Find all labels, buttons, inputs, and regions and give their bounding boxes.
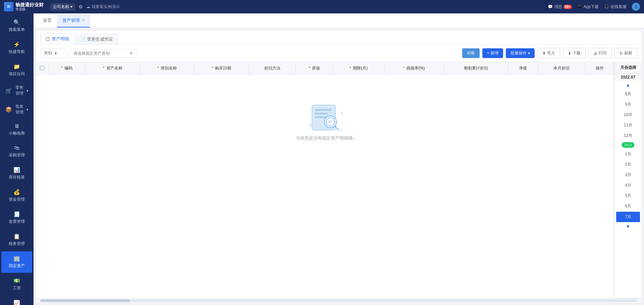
svg-point-5 — [326, 118, 334, 126]
invoice-icon: 🧾 — [13, 211, 20, 217]
chevron-down-icon: ▾ — [55, 51, 57, 56]
refresh-button[interactable]: ↻ 刷新 — [614, 48, 637, 58]
app-title: 畅捷通好业财 专业版 — [15, 2, 44, 12]
sidebar-item-project[interactable]: 📁 项目合同 — [1, 59, 32, 81]
table-container: * 编码 * 资产名称 * 类别名称 — [36, 62, 614, 298]
sub-tab-change-voucher[interactable]: 📄 变更生成凭证 — [75, 34, 118, 44]
month-item[interactable]: 7月 — [616, 212, 640, 222]
online-service-button[interactable]: 🎧 在线客服 — [604, 4, 627, 10]
reconcile-button[interactable]: 对账 — [462, 48, 480, 58]
app-logo: Ai 畅捷通好业财 专业版 — [4, 2, 44, 12]
dropdown-arrow-icon: ▾ — [130, 51, 132, 56]
svg-point-9 — [341, 112, 343, 114]
content-area: 首页 资产管理 ✕ 📋 资产明细 📄 变更生成凭证 — [34, 13, 644, 305]
sidebar-item-retail[interactable]: 🛒 零售管理 ▾ — [1, 82, 32, 100]
arrow-icon: ▾ — [26, 108, 28, 111]
lightning-icon: ⚡ — [13, 41, 20, 48]
sidebar-item-wholesale[interactable]: 📦 批发管理 ▾ — [1, 100, 32, 118]
sidebar-item-operations[interactable]: 📈 经营管理 — [1, 296, 32, 305]
month-item[interactable]: 3月 — [615, 170, 641, 180]
svg-rect-8 — [328, 122, 331, 123]
month-item[interactable]: 6月 — [615, 201, 641, 211]
month-panel-header: 月份选择 — [615, 62, 641, 73]
month-up-button[interactable]: ▲ — [615, 81, 641, 89]
user-avatar[interactable]: 👤 — [632, 3, 640, 11]
sub-tab-asset-detail[interactable]: 📋 资产明细 — [40, 34, 74, 44]
sidebar-item-tax[interactable]: 📋 税务管理 — [1, 229, 32, 251]
tab-home[interactable]: 首页 — [38, 14, 57, 28]
batch-operation-button[interactable]: 批量操作 ▾ — [506, 48, 535, 58]
col-purchase-date: * 购买日期 — [194, 62, 249, 75]
sidebar-item-search[interactable]: 🔍 搜索菜单 — [1, 15, 32, 37]
salary-icon: 💵 — [13, 277, 20, 284]
message-button[interactable]: 💬 消息 99+ — [548, 4, 572, 10]
month-down-button[interactable]: ▼ — [615, 222, 641, 231]
empty-text: 当前您还没有固定资产明细哦~ — [296, 135, 355, 141]
inventory-icon: 📊 — [13, 167, 20, 173]
import-button[interactable]: ⬆ 导入 — [537, 48, 560, 58]
arrow-icon: ▾ — [26, 89, 28, 93]
ecommerce-icon: 🖥 — [14, 123, 19, 129]
month-panel: 月份选择 2022.07 ▲ 8月9月10月11月12月 2023 1月2月3月… — [614, 62, 641, 298]
sidebar: 🔍 搜索菜单 ⚡ 快捷导航 📁 项目合同 🛒 零售管理 ▾ 📦 批发管理 ▾ 🖥… — [0, 13, 34, 305]
month-item[interactable]: 4月 — [615, 180, 641, 191]
col-monthly-depreciation: 本月折旧 — [538, 62, 585, 75]
message-icon: 💬 — [548, 4, 553, 9]
search-icon: 🔍 — [13, 19, 20, 26]
col-category: * 类别名称 — [140, 62, 194, 75]
company-selector[interactable]: 公司名称 ▾ — [50, 3, 75, 11]
sidebar-item-quick-nav[interactable]: ⚡ 快捷导航 — [1, 37, 32, 59]
sidebar-item-inventory[interactable]: 📊 库存核算 — [1, 163, 32, 184]
doc-icon: 📄 — [80, 37, 86, 42]
user-icon: 👤 — [634, 5, 638, 9]
folder-icon: 📁 — [13, 63, 20, 70]
svg-point-11 — [340, 130, 341, 131]
cloud-icon: ☁ — [86, 4, 90, 9]
month-item[interactable]: 1月 — [615, 149, 641, 159]
asset-table: * 编码 * 资产名称 * 类别名称 — [36, 62, 614, 75]
month-item[interactable]: 10月 — [615, 110, 641, 120]
col-period: * 期限(月) — [333, 62, 384, 75]
chart-icon: 📈 — [13, 300, 20, 305]
sidebar-item-fixed-asset[interactable]: 🏢 固定资产 — [1, 251, 32, 273]
main-layout: 🔍 搜索菜单 ⚡ 快捷导航 📁 项目合同 🛒 零售管理 ▾ 📦 批发管理 ▾ 🖥… — [0, 13, 644, 305]
col-operation: 操作 — [585, 62, 614, 75]
month-item[interactable]: 12月 — [615, 131, 641, 141]
building-icon: 🏢 — [13, 255, 20, 262]
demo-link[interactable]: ☁ 我要看实例演示 — [86, 4, 120, 10]
sidebar-item-finance[interactable]: 💰 资金管理 — [1, 185, 32, 206]
horizontal-scrollbar[interactable] — [36, 298, 641, 302]
col-residual-rate: * 残值率(%) — [384, 62, 444, 75]
add-button[interactable]: + 新增 — [482, 48, 503, 58]
month-item[interactable]: 5月 — [615, 191, 641, 201]
month-item[interactable]: 8月 — [615, 89, 641, 99]
sidebar-item-purchase[interactable]: 🛍 采购管理 — [1, 141, 32, 162]
sidebar-item-ecommerce[interactable]: 🖥 小畅电商 — [1, 119, 32, 140]
month-item[interactable]: 2月 — [615, 159, 641, 170]
headset-icon: 🎧 — [604, 4, 609, 9]
col-name: * 资产名称 — [85, 62, 140, 75]
sidebar-item-salary[interactable]: 💵 工资 — [1, 273, 32, 295]
download-button[interactable]: ⬇ 下载 — [563, 48, 586, 58]
logo-icon: Ai — [4, 2, 13, 11]
svg-point-10 — [309, 124, 312, 126]
year-2023-badge: 2023 — [622, 142, 634, 148]
select-all-checkbox[interactable] — [40, 66, 44, 70]
phone-icon: 📱 — [577, 4, 582, 9]
app-download-button[interactable]: 📱 App下载 — [577, 4, 599, 10]
sidebar-item-invoice[interactable]: 🧾 发票管理 — [1, 207, 32, 228]
category-input[interactable] — [70, 49, 137, 58]
top-bar: Ai 畅捷通好业财 专业版 公司名称 ▾ ⚙ ☁ 我要看实例演示 💬 消息 99… — [0, 0, 644, 13]
download-icon: ⬇ — [568, 51, 571, 56]
month-item[interactable]: 9月 — [615, 99, 641, 110]
category-select[interactable]: 类别 ▾ — [40, 48, 67, 58]
print-button[interactable]: 🖨 打印 — [588, 48, 612, 58]
svg-rect-7 — [328, 121, 332, 121]
settings-icon[interactable]: ⚙ — [78, 4, 83, 9]
tab-close-icon[interactable]: ✕ — [82, 18, 85, 22]
empty-state: 当前您还没有固定资产明细哦~ — [36, 75, 614, 168]
sub-tab-bar: 📋 资产明细 📄 变更生成凭证 — [36, 31, 641, 45]
refresh-icon: ↻ — [620, 51, 623, 56]
month-item[interactable]: 11月 — [615, 120, 641, 131]
tab-asset-mgmt[interactable]: 资产管理 ✕ — [57, 14, 90, 28]
